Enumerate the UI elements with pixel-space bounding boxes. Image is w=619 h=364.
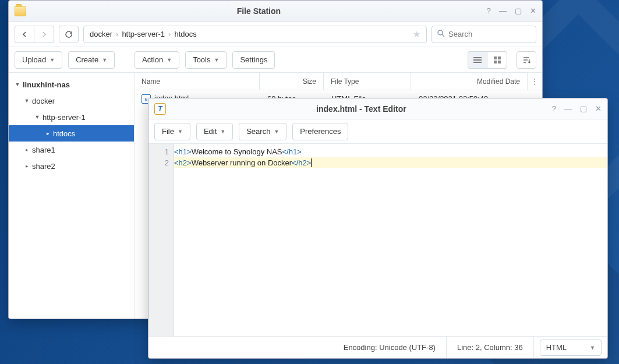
tree-item-htdocs[interactable]: ▸htdocs xyxy=(9,125,134,142)
search-box[interactable] xyxy=(431,26,536,43)
line-number: 1 xyxy=(151,146,169,157)
code-area[interactable]: <h1>Welcome to Synology NAS</h1> <h2>Web… xyxy=(174,144,607,336)
chevron-right-icon: ▸ xyxy=(24,147,30,153)
chevron-right-icon: ▸ xyxy=(45,130,51,136)
code-line[interactable]: <h2>Webserver running on Docker</h2> xyxy=(174,157,607,168)
action-toolbar: Upload▼ Create▼ Action▼ Tools▼ Settings xyxy=(9,47,542,73)
caret-down-icon: ▼ xyxy=(49,57,55,63)
search-menu[interactable]: Search▼ xyxy=(239,123,286,140)
column-menu-icon[interactable]: ⋮ xyxy=(528,73,542,90)
file-station-titlebar[interactable]: File Station ? — ▢ ✕ xyxy=(9,1,542,22)
crumb-htdocs[interactable]: htdocs xyxy=(174,30,196,38)
search-icon xyxy=(437,29,445,40)
status-position: Line: 2, Column: 36 xyxy=(446,337,533,358)
minimize-icon[interactable]: — xyxy=(499,6,507,15)
file-list-header: Name Size File Type Modified Date ⋮ xyxy=(135,73,542,90)
text-editor-titlebar[interactable]: index.html - Text Editor ? — ▢ ✕ xyxy=(148,98,607,119)
line-gutter: 1 2 xyxy=(148,144,174,336)
editor-toolbar: File▼ Edit▼ Search▼ Preferences xyxy=(148,119,607,144)
action-button[interactable]: Action▼ xyxy=(135,51,179,69)
star-icon[interactable]: ★ xyxy=(413,29,420,40)
caret-down-icon: ▼ xyxy=(274,129,279,135)
close-icon[interactable]: ✕ xyxy=(530,6,536,15)
text-editor-window: index.html - Text Editor ? — ▢ ✕ File▼ E… xyxy=(148,98,608,359)
tree-root[interactable]: ▼linuxhint-nas xyxy=(9,76,134,93)
maximize-icon[interactable]: ▢ xyxy=(515,6,522,15)
crumb-docker[interactable]: docker xyxy=(90,30,112,38)
file-menu[interactable]: File▼ xyxy=(154,123,190,140)
status-bar: Encoding: Unicode (UTF-8) Line: 2, Colum… xyxy=(148,336,607,358)
preferences-button[interactable]: Preferences xyxy=(292,123,348,140)
forward-button[interactable] xyxy=(34,26,54,43)
settings-button[interactable]: Settings xyxy=(232,51,275,69)
tools-button[interactable]: Tools▼ xyxy=(185,51,227,69)
col-type[interactable]: File Type xyxy=(324,73,411,90)
caret-down-icon: ▼ xyxy=(178,129,183,135)
tree-item-http-server[interactable]: ▼http-server-1 xyxy=(9,109,134,125)
text-editor-title: index.html - Text Editor xyxy=(171,104,552,114)
status-encoding: Encoding: Unicode (UTF-8) xyxy=(333,337,446,358)
chevron-down-icon: ▼ xyxy=(34,114,40,120)
maximize-icon[interactable]: ▢ xyxy=(580,104,587,113)
list-view-button[interactable] xyxy=(468,51,487,69)
folder-icon xyxy=(15,5,26,17)
nav-toolbar: docker › http-server-1 › htdocs ★ xyxy=(9,22,542,47)
file-station-title: File Station xyxy=(31,6,487,16)
help-icon[interactable]: ? xyxy=(487,6,491,15)
chevron-right-icon: › xyxy=(168,30,171,38)
caret-down-icon: ▼ xyxy=(167,57,172,63)
text-editor-icon xyxy=(154,103,166,115)
svg-rect-6 xyxy=(498,56,501,59)
tree-item-share1[interactable]: ▸share1 xyxy=(9,142,134,158)
create-button[interactable]: Create▼ xyxy=(68,51,115,69)
back-button[interactable] xyxy=(15,26,34,43)
caret-down-icon: ▼ xyxy=(214,57,220,63)
text-cursor xyxy=(311,158,312,167)
line-number: 2 xyxy=(151,157,169,168)
col-name[interactable]: Name xyxy=(135,73,260,90)
refresh-button[interactable] xyxy=(59,26,79,43)
svg-rect-5 xyxy=(494,56,497,59)
tree-item-share2[interactable]: ▸share2 xyxy=(9,158,134,174)
caret-down-icon: ▼ xyxy=(102,57,107,63)
svg-line-1 xyxy=(442,34,444,37)
sort-button[interactable] xyxy=(517,51,536,69)
svg-rect-8 xyxy=(498,61,501,63)
col-size[interactable]: Size xyxy=(260,73,324,90)
breadcrumb: docker › http-server-1 › htdocs ★ xyxy=(83,26,427,43)
grid-view-button[interactable] xyxy=(487,51,507,69)
editor-body[interactable]: 1 2 <h1>Welcome to Synology NAS</h1> <h2… xyxy=(148,144,607,336)
language-select[interactable]: HTML ▼ xyxy=(540,340,602,356)
svg-point-0 xyxy=(438,30,443,35)
folder-tree: ▼linuxhint-nas ▼docker ▼http-server-1 ▸h… xyxy=(9,73,135,319)
chevron-down-icon: ▼ xyxy=(15,82,20,87)
chevron-down-icon: ▼ xyxy=(24,98,30,104)
chevron-right-icon: › xyxy=(116,30,118,38)
code-line[interactable]: <h1>Welcome to Synology NAS</h1> xyxy=(174,146,607,157)
svg-rect-7 xyxy=(494,61,497,63)
tree-item-docker[interactable]: ▼docker xyxy=(9,93,134,109)
caret-down-icon: ▼ xyxy=(590,345,595,351)
upload-button[interactable]: Upload▼ xyxy=(15,51,62,69)
close-icon[interactable]: ✕ xyxy=(595,104,602,113)
minimize-icon[interactable]: — xyxy=(564,104,572,113)
edit-menu[interactable]: Edit▼ xyxy=(196,123,233,140)
crumb-http-server[interactable]: http-server-1 xyxy=(122,30,165,38)
search-input[interactable] xyxy=(448,30,531,38)
help-icon[interactable]: ? xyxy=(552,104,556,113)
col-modified[interactable]: Modified Date xyxy=(411,73,528,90)
chevron-right-icon: ▸ xyxy=(24,163,30,169)
caret-down-icon: ▼ xyxy=(220,129,225,135)
